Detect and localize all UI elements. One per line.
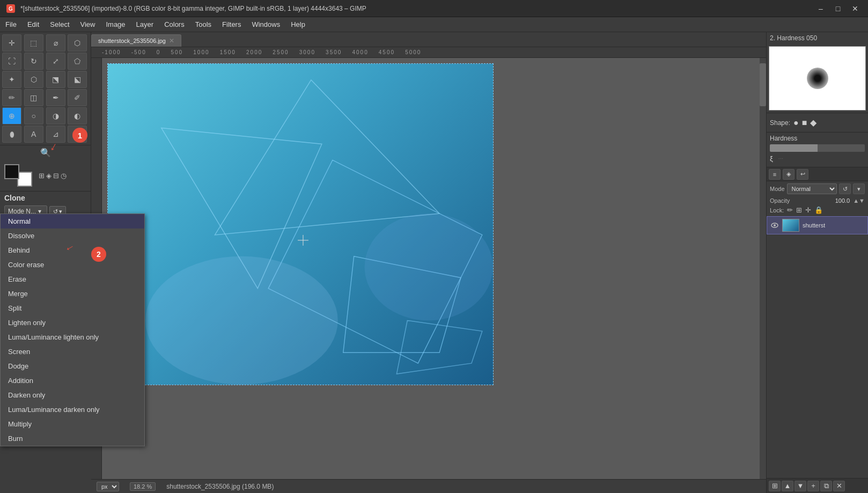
paths-icon[interactable]: ◈ xyxy=(46,172,52,180)
fuzzy-select-tool[interactable]: ⬡ xyxy=(68,34,87,51)
dodge-tool[interactable]: ◑ xyxy=(46,107,65,124)
perspective-tool[interactable]: ⬡ xyxy=(24,71,43,88)
clone-tool active[interactable]: ⊕ xyxy=(2,107,21,124)
lock-alpha-icon[interactable]: ⊞ xyxy=(796,206,802,214)
mode-option-dodge[interactable]: Dodge xyxy=(1,359,144,373)
circle-shape-option[interactable]: ● xyxy=(793,118,799,128)
mode-option-luma-darken[interactable]: Luma/Luminance darken only xyxy=(1,402,144,417)
opacity-spinbox[interactable]: ▲▼ xyxy=(853,197,865,204)
tool-icons-grid: ✛ ⬚ ⌀ ⬡ ⛶ ↻ ⤢ ⬠ ✦ ⬡ ⬔ ⬕ ✏ ◫ ✒ ✐ ⊕ ○ ◑ ◐ xyxy=(0,32,91,145)
menu-item-tools[interactable]: Tools xyxy=(190,18,217,31)
mode-option-dissolve[interactable]: Dissolve xyxy=(1,229,144,243)
layers-mode-select[interactable]: Normal xyxy=(787,183,837,194)
layers-undo-btn[interactable]: ↩ xyxy=(797,169,808,180)
menu-item-view[interactable]: View xyxy=(75,18,101,31)
mode-option-multiply[interactable]: Multiply xyxy=(1,417,144,431)
canvas-tab[interactable]: shutterstock_2535506.jpg ✕ xyxy=(91,34,181,47)
shear-tool[interactable]: ⬠ xyxy=(68,53,87,70)
layers-paths-btn[interactable]: ◈ xyxy=(783,169,795,180)
text-tool[interactable]: A xyxy=(24,126,43,143)
mode-option-erase[interactable]: Erase xyxy=(1,272,144,286)
flip-tool[interactable]: ⬔ xyxy=(46,71,65,88)
lasso-tool[interactable]: ⌀ xyxy=(46,34,65,51)
mode-option-behind[interactable]: Behind xyxy=(1,243,144,257)
layer-item[interactable]: shutterst xyxy=(767,216,868,234)
cage-tool[interactable]: ⬕ xyxy=(68,71,87,88)
color-picker-tool[interactable]: ⊘ xyxy=(68,126,87,143)
lock-move-icon[interactable]: ✛ xyxy=(805,206,811,214)
mode-option-lighten-only[interactable]: Lighten only xyxy=(1,315,144,330)
layers-opacity-label: Opacity xyxy=(770,197,797,204)
canvas-area: shutterstock_2535506.jpg ✕ -1000 -500 0 … xyxy=(91,32,766,493)
measure-tool[interactable]: ⊿ xyxy=(46,126,65,143)
scroll-v[interactable] xyxy=(760,58,766,479)
new-layer-group-btn[interactable]: ⊞ xyxy=(769,481,781,491)
move-tool[interactable]: ✛ xyxy=(2,34,21,51)
maximize-button[interactable]: □ xyxy=(830,3,845,14)
zoom-display[interactable]: 18.2 % xyxy=(130,482,156,491)
mode-option-darken-only[interactable]: Darken only xyxy=(1,388,144,402)
history-icon[interactable]: ◷ xyxy=(61,172,67,180)
layers-opacity-value: 100.0 xyxy=(835,197,850,204)
rect-select-tool[interactable]: ⬚ xyxy=(24,34,43,51)
mode-option-color-erase[interactable]: Color erase xyxy=(1,257,144,272)
hardness-slider[interactable] xyxy=(770,144,865,152)
crop-tool[interactable]: ⛶ xyxy=(2,53,21,70)
heal-tool[interactable]: ✦ xyxy=(2,71,21,88)
mode-option-screen[interactable]: Screen xyxy=(1,344,144,359)
unit-select[interactable]: px xyxy=(97,482,119,491)
title-bar-left: G *[shutterstock_2535506] (imported)-8.0… xyxy=(5,3,366,14)
new-layer-btn[interactable]: + xyxy=(807,481,819,491)
layers-mode-chevron-btn[interactable]: ▾ xyxy=(853,183,865,194)
smudge-tool[interactable]: ◐ xyxy=(68,107,87,124)
channels-icon[interactable]: ⊟ xyxy=(53,172,59,180)
menu-item-select[interactable]: Select xyxy=(45,18,75,31)
fg-bg-colors[interactable] xyxy=(4,164,32,187)
mode-option-split[interactable]: Split xyxy=(1,301,144,315)
close-button[interactable]: ✕ xyxy=(848,3,863,14)
scale-tool[interactable]: ⤢ xyxy=(46,53,65,70)
tab-close-button[interactable]: ✕ xyxy=(169,37,174,45)
layers-lock-label: Lock: xyxy=(770,207,784,214)
menu-item-image[interactable]: Image xyxy=(100,18,130,31)
rotate-tool[interactable]: ↻ xyxy=(24,53,43,70)
eraser-tool[interactable]: ◫ xyxy=(24,89,43,106)
menu-item-layer[interactable]: Layer xyxy=(131,18,159,31)
menu-item-file[interactable]: File xyxy=(0,18,22,31)
shape-label: Shape: xyxy=(770,119,790,127)
blur-tool[interactable]: ○ xyxy=(24,107,43,124)
menu-item-colors[interactable]: Colors xyxy=(159,18,190,31)
canvas-viewport[interactable] xyxy=(102,58,766,479)
layers-channels-btn[interactable]: ≡ xyxy=(769,169,781,180)
ink-tool[interactable]: ✐ xyxy=(68,89,87,106)
fg-color[interactable] xyxy=(4,164,19,179)
bg-color[interactable] xyxy=(17,172,32,187)
raise-layer-btn[interactable]: ▲ xyxy=(782,481,793,491)
zoom-value: 18.2 % xyxy=(134,483,152,490)
menu-item-help[interactable]: Help xyxy=(285,18,311,31)
mode-option-luma-lighten[interactable]: Luma/Luminance lighten only xyxy=(1,330,144,344)
menu-item-filters[interactable]: Filters xyxy=(217,18,246,31)
mode-option-addition[interactable]: Addition xyxy=(1,373,144,388)
mode-option-merge[interactable]: Merge xyxy=(1,286,144,301)
airbrush-tool[interactable]: ✒ xyxy=(46,89,65,106)
minimize-button[interactable]: – xyxy=(813,3,828,14)
canvas-image[interactable] xyxy=(107,63,494,385)
lock-paint-icon[interactable]: ✏ xyxy=(787,206,793,214)
path-tool[interactable]: ⬮ xyxy=(2,126,21,143)
lock-all-icon[interactable]: 🔒 xyxy=(814,206,823,214)
paint-tool[interactable]: ✏ xyxy=(2,89,21,106)
delete-layer-btn[interactable]: ✕ xyxy=(833,481,845,491)
square-shape-option[interactable]: ■ xyxy=(802,118,807,128)
layer-visibility-icon[interactable] xyxy=(770,221,779,230)
diamond-shape-option[interactable]: ◆ xyxy=(810,117,816,128)
mode-option-burn[interactable]: Burn xyxy=(1,431,144,446)
duplicate-layer-btn[interactable]: ⧉ xyxy=(820,481,832,491)
layers-icon[interactable]: ⊞ xyxy=(39,172,45,180)
lower-layer-btn[interactable]: ▼ xyxy=(795,481,806,491)
menu-item-windows[interactable]: Windows xyxy=(246,18,285,31)
mode-option-normal[interactable]: Normal xyxy=(1,214,144,229)
menu-item-edit[interactable]: Edit xyxy=(22,18,45,31)
scroll-v-thumb[interactable] xyxy=(760,63,766,106)
layers-mode-reset-btn[interactable]: ↺ xyxy=(839,183,851,194)
